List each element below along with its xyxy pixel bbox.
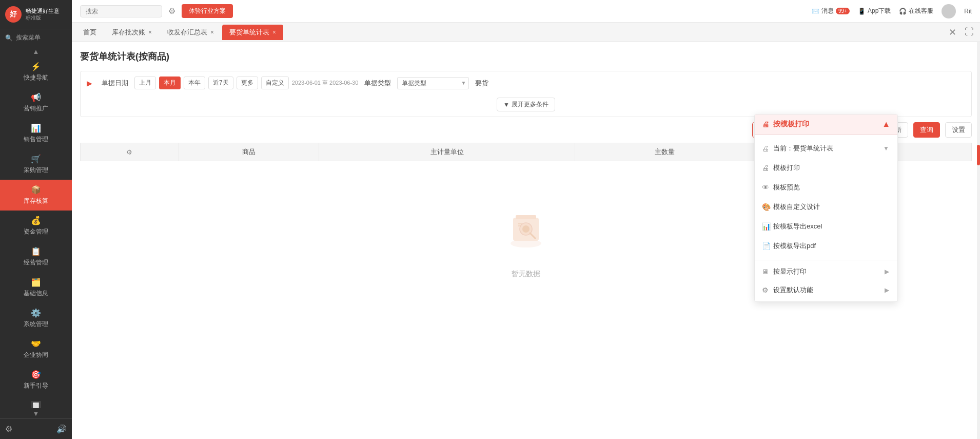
scrollbar-thumb[interactable] [977,145,980,165]
dropdown-template-preview[interactable]: 👁 模板预览 [755,178,897,197]
dropdown-template-design[interactable]: 🎨 模板自定义设计 [755,197,897,217]
online-support-label: 在线客服 [909,7,933,15]
table-header-goods: 商品 [179,143,319,161]
print-dropdown: 🖨 按模板打印 ▲ 🖨 当前：要货单统计表 ▼ 🖨 模板打印 👁 模板预览 [754,114,898,302]
dropdown-current-item[interactable]: 🖨 当前：要货单统计表 ▼ [755,139,897,158]
tabbar-actions: ✕ ⛶ [947,25,976,40]
dropdown-template-print[interactable]: 🖨 模板打印 [755,158,897,178]
sidebar-item-inventory[interactable]: 📦 库存核算 [0,180,72,211]
search-label: 搜索菜单 [16,33,41,42]
sidebar-item-quick-nav[interactable]: ⚡ 快捷导航 [0,56,72,87]
sidebar-item-label: 采购管理 [24,166,48,175]
tab-receivable-summary-close[interactable]: × [210,29,214,36]
sidebar-item-label: 基础信息 [24,289,48,298]
sidebar-nav: ⚡ 快捷导航 📢 营销推广 📊 销售管理 🛒 采购管理 📦 库存核算 💰 资金管… [0,56,72,408]
app-download-item[interactable]: 📱 App下载 [858,7,891,15]
topbar-search-input[interactable] [80,5,162,17]
dropdown-close-btn[interactable]: ▲ [882,120,890,129]
dropdown-template-export-excel[interactable]: 📊 按模板导出excel [755,217,897,236]
filter-toggle-arrow[interactable]: ▶ [87,79,92,87]
sidebar-item-enterprise[interactable]: 🤝 企业协同 [0,334,72,365]
dropdown-default-func[interactable]: ⚙ 设置默认功能 ▶ [755,281,897,299]
sidebar-item-label: 新手引导 [24,381,48,390]
tab-order-stats-close[interactable]: × [272,29,276,36]
template-preview-icon: 👁 [762,183,769,192]
query-label: 查询 [920,125,933,135]
date-btn-last-month[interactable]: 上月 [134,77,156,89]
sidebar-search[interactable]: 🔍 搜索菜单 [0,29,72,46]
sidebar-item-purchase[interactable]: 🛒 采购管理 [0,149,72,180]
date-btn-7days[interactable]: 近7天 [208,77,233,89]
marketing-icon: 📢 [31,92,41,102]
date-btn-this-year[interactable]: 本年 [184,77,205,89]
notification-item[interactable]: ✉️ 消息 99+ [812,7,850,15]
table-header-quantity: 主数量 [575,143,754,161]
notification-icon: ✉️ [812,8,819,15]
dropdown-display-print[interactable]: 🖥 按显示打印 ▶ [755,262,897,281]
sidebar-item-label: 库存核算 [24,197,48,205]
quick-nav-icon: ⚡ [31,62,41,71]
date-btn-custom[interactable]: 自定义 [261,77,289,89]
panel-expand-btn[interactable]: ⛶ [963,25,976,40]
template-print-label: 模板打印 [773,163,800,173]
industry-btn[interactable]: 体验行业方案 [182,4,233,18]
tab-receivable-summary[interactable]: 收发存汇总表 × [160,25,221,40]
topbar-gear-icon[interactable]: ⚙ [168,6,175,16]
display-print-arrow: ▶ [885,268,889,275]
sidebar-item-operation[interactable]: 📋 经营管理 [0,241,72,272]
sidebar-item-label: 企业协同 [24,351,48,359]
tab-inventory-batch-close[interactable]: × [148,29,152,36]
filter-expand-btn[interactable]: ▼ 展开更多条件 [497,98,555,111]
template-preview-label: 模板预览 [773,183,800,192]
sidebar-item-basic[interactable]: 🗂️ 基础信息 [0,272,72,303]
default-func-arrow: ▶ [885,287,889,294]
table-settings-icon[interactable]: ⚙ [126,148,132,156]
svg-rect-2 [516,215,536,219]
settings-footer-icon[interactable]: ⚙ [5,424,12,434]
avatar[interactable] [942,4,956,18]
sidebar-item-marketing[interactable]: 📢 营销推广 [0,87,72,118]
sidebar-item-label: 销售管理 [24,135,48,144]
operation-icon: 📋 [31,246,41,256]
current-item-icon: 🖨 [762,144,769,152]
tab-order-stats[interactable]: 要货单统计表 × [222,25,283,40]
tab-inventory-batch[interactable]: 库存批次账 × [105,25,159,40]
type-filter-select[interactable]: 单据类型 [397,77,469,89]
query-btn[interactable]: 查询 [913,122,940,138]
scrollbar[interactable] [977,42,980,439]
current-item-arrow: ▼ [883,145,889,152]
dropdown-template-export-pdf[interactable]: 📄 按模板导出pdf [755,236,897,256]
template-export-excel-icon: 📊 [762,222,771,231]
sidebar-item-sales[interactable]: 📊 销售管理 [0,118,72,149]
table-header-settings[interactable]: ⚙ [81,143,179,161]
template-export-pdf-label: 按模板导出pdf [773,241,816,251]
settings-btn[interactable]: 设置 [945,122,972,138]
filter-bar: ▶ 单据日期 上月 本月 本年 近7天 更多 自定义 2023-06-01 至 … [80,71,972,117]
panel-close-btn[interactable]: ✕ [947,25,958,40]
empty-icon [500,202,552,263]
system-icon: ⚙️ [31,308,41,318]
default-func-label: 设置默认功能 [773,285,813,295]
online-support-item[interactable]: 🎧 在线客服 [899,7,933,15]
sidebar-item-app-center[interactable]: 🔲 应用中心 [0,395,72,408]
sidebar-item-label: 营销推广 [24,104,48,113]
sidebar-scroll-up[interactable]: ▲ [0,46,72,56]
topbar-right: ✉️ 消息 99+ 📱 App下载 🎧 在线客服 Rit [812,4,972,18]
print-dropdown-icon: 🖨 [762,120,769,128]
dropdown-title: 🖨 按模板打印 [762,120,809,129]
sidebar-item-system[interactable]: ⚙️ 系统管理 [0,303,72,334]
tab-home[interactable]: 首页 [76,25,104,40]
sidebar-scroll-down[interactable]: ▼ [0,408,72,418]
dropdown-current-label: 当前：要货单统计表 [773,144,833,153]
app-download-label: App下载 [868,7,891,15]
user-name: Rit [964,8,972,15]
display-print-icon: 🖥 [762,268,769,276]
date-btn-more[interactable]: 更多 [237,77,258,89]
sidebar-item-label: 快捷导航 [24,73,48,82]
sidebar-item-guide[interactable]: 🎯 新手引导 [0,365,72,395]
sidebar-item-finance[interactable]: 💰 资金管理 [0,211,72,241]
enterprise-icon: 🤝 [31,339,41,349]
audio-footer-icon[interactable]: 🔊 [56,424,67,434]
date-btn-this-month[interactable]: 本月 [159,77,181,89]
template-export-pdf-icon: 📄 [762,242,771,250]
